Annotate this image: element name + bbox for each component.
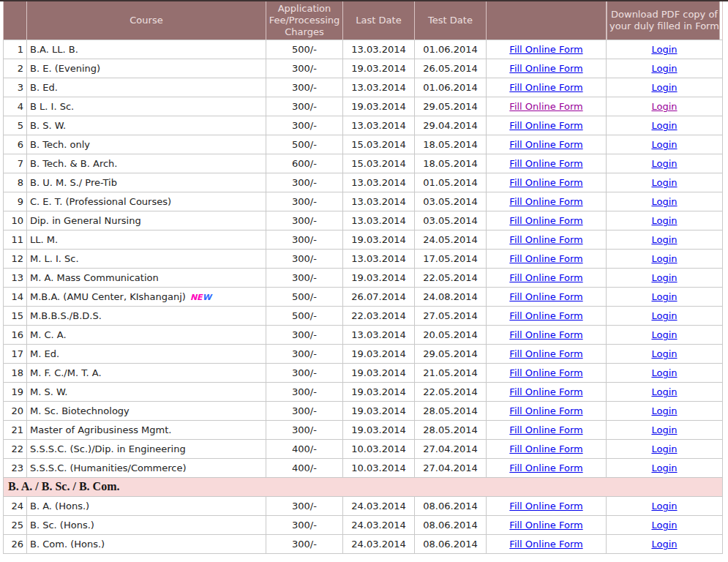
- login-link[interactable]: Login: [651, 177, 677, 188]
- login-link[interactable]: Login: [651, 196, 677, 207]
- fill-online-form-link[interactable]: Fill Online Form: [509, 177, 582, 188]
- header-test-date: Test Date: [415, 1, 487, 40]
- login-cell: Login: [607, 344, 723, 363]
- course-name: B. S. W.: [30, 120, 66, 131]
- last-date: 19.03.2014: [343, 97, 415, 116]
- login-link[interactable]: Login: [651, 291, 677, 302]
- course-name-cell: M. C. A.: [27, 325, 266, 344]
- test-date: 29.05.2014: [415, 344, 487, 363]
- last-date: 13.03.2014: [343, 211, 415, 230]
- fill-online-form-link[interactable]: Fill Online Form: [509, 44, 582, 55]
- fill-online-form-link[interactable]: Fill Online Form: [509, 367, 582, 378]
- fill-online-form-link[interactable]: Fill Online Form: [509, 234, 582, 245]
- fill-online-form-link[interactable]: Fill Online Form: [509, 272, 582, 283]
- row-number: 21: [4, 420, 27, 439]
- login-link[interactable]: Login: [651, 329, 677, 340]
- login-link[interactable]: Login: [651, 367, 677, 378]
- last-date: 19.03.2014: [343, 344, 415, 363]
- fill-form-cell: Fill Online Form: [487, 268, 607, 287]
- fill-online-form-link[interactable]: Fill Online Form: [509, 424, 582, 435]
- login-link[interactable]: Login: [651, 139, 677, 150]
- last-date: 13.03.2014: [343, 192, 415, 211]
- login-link[interactable]: Login: [651, 253, 677, 264]
- login-link[interactable]: Login: [651, 405, 677, 416]
- row-number: 9: [4, 192, 27, 211]
- test-date: 26.05.2014: [415, 59, 487, 78]
- fill-online-form-link[interactable]: Fill Online Form: [509, 82, 582, 93]
- test-date: 03.05.2014: [415, 192, 487, 211]
- course-name-cell: B. E. (Evening): [27, 59, 266, 78]
- test-date: 01.06.2014: [415, 40, 487, 59]
- last-date: 13.03.2014: [343, 78, 415, 97]
- fill-online-form-link[interactable]: Fill Online Form: [509, 462, 582, 473]
- login-link[interactable]: Login: [651, 424, 677, 435]
- login-link[interactable]: Login: [651, 310, 677, 321]
- fill-form-cell: Fill Online Form: [487, 116, 607, 135]
- test-date: 27.05.2014: [415, 306, 487, 325]
- test-date: 24.08.2014: [415, 287, 487, 306]
- fill-online-form-link[interactable]: Fill Online Form: [509, 158, 582, 169]
- last-date: 13.03.2014: [343, 40, 415, 59]
- section-row: B. A. / B. Sc. / B. Com.: [4, 477, 723, 496]
- login-link[interactable]: Login: [651, 158, 677, 169]
- fill-online-form-link[interactable]: Fill Online Form: [509, 215, 582, 226]
- fill-online-form-link[interactable]: Fill Online Form: [509, 443, 582, 454]
- fill-online-form-link[interactable]: Fill Online Form: [509, 348, 582, 359]
- application-fee: 300/-: [266, 211, 343, 230]
- login-link[interactable]: Login: [651, 462, 677, 473]
- fill-online-form-link[interactable]: Fill Online Form: [509, 329, 582, 340]
- fill-form-cell: Fill Online Form: [487, 534, 607, 553]
- course-name-cell: M. A. Mass Communication: [27, 268, 266, 287]
- fill-online-form-link[interactable]: Fill Online Form: [509, 291, 582, 302]
- login-cell: Login: [607, 154, 723, 173]
- row-number: 2: [4, 59, 27, 78]
- login-link[interactable]: Login: [651, 44, 677, 55]
- fill-form-cell: Fill Online Form: [487, 78, 607, 97]
- application-fee: 300/-: [266, 496, 343, 515]
- login-link[interactable]: Login: [651, 520, 677, 531]
- fill-online-form-link[interactable]: Fill Online Form: [509, 310, 582, 321]
- fill-form-cell: Fill Online Form: [487, 420, 607, 439]
- fill-online-form-link[interactable]: Fill Online Form: [509, 120, 582, 131]
- login-link[interactable]: Login: [651, 539, 677, 550]
- fill-online-form-link[interactable]: Fill Online Form: [509, 63, 582, 74]
- login-cell: Login: [607, 59, 723, 78]
- fill-online-form-link[interactable]: Fill Online Form: [509, 253, 582, 264]
- fill-online-form-link[interactable]: Fill Online Form: [509, 405, 582, 416]
- login-link[interactable]: Login: [651, 82, 677, 93]
- last-date: 24.03.2014: [343, 496, 415, 515]
- fill-online-form-link[interactable]: Fill Online Form: [509, 520, 582, 531]
- login-link[interactable]: Login: [651, 386, 677, 397]
- fill-online-form-link[interactable]: Fill Online Form: [509, 196, 582, 207]
- fill-online-form-link[interactable]: Fill Online Form: [509, 101, 582, 112]
- course-name: B. Sc. (Hons.): [30, 520, 94, 531]
- test-date: 27.04.2014: [415, 439, 487, 458]
- fill-online-form-link[interactable]: Fill Online Form: [509, 501, 582, 512]
- login-cell: Login: [607, 211, 723, 230]
- course-name: S.S.S.C. (Sc.)/Dip. in Engineering: [30, 443, 186, 454]
- login-link[interactable]: Login: [651, 120, 677, 131]
- fill-online-form-link[interactable]: Fill Online Form: [509, 139, 582, 150]
- login-link[interactable]: Login: [651, 101, 677, 112]
- login-link[interactable]: Login: [651, 443, 677, 454]
- test-date: 20.05.2014: [415, 325, 487, 344]
- login-link[interactable]: Login: [651, 272, 677, 283]
- fill-online-form-link[interactable]: Fill Online Form: [509, 539, 582, 550]
- login-link[interactable]: Login: [651, 234, 677, 245]
- row-number: 13: [4, 268, 27, 287]
- application-fee: 300/-: [266, 363, 343, 382]
- application-fee: 300/-: [266, 268, 343, 287]
- test-date: 18.05.2014: [415, 154, 487, 173]
- application-fee: 300/-: [266, 249, 343, 268]
- application-fee: 300/-: [266, 420, 343, 439]
- login-link[interactable]: Login: [651, 63, 677, 74]
- course-name: M. A. Mass Communication: [30, 272, 159, 283]
- fill-online-form-link[interactable]: Fill Online Form: [509, 386, 582, 397]
- course-row: 1B.A. LL. B.500/-13.03.201401.06.2014Fil…: [4, 40, 723, 59]
- course-name: M.B.A. (AMU Center, KIshanganj): [30, 291, 186, 302]
- login-link[interactable]: Login: [651, 348, 677, 359]
- login-cell: Login: [607, 420, 723, 439]
- login-link[interactable]: Login: [651, 215, 677, 226]
- header-fill-form: [487, 1, 607, 40]
- login-link[interactable]: Login: [651, 501, 677, 512]
